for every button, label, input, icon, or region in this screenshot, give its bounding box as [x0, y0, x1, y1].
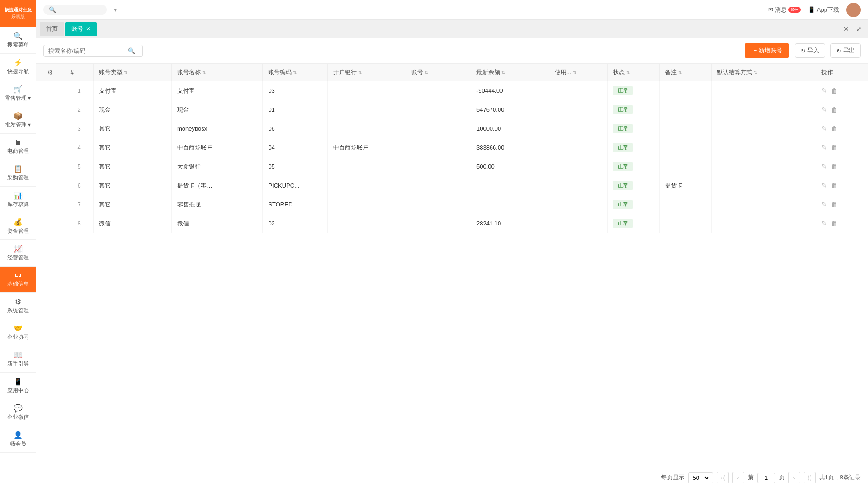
- row-code: PICKUPC...: [263, 176, 328, 195]
- tab-close-icon[interactable]: ✕: [86, 26, 90, 32]
- sidebar-item-retail-manage[interactable]: 🛒 零售管理 ▾: [0, 80, 36, 107]
- edit-icon[interactable]: ✎: [821, 106, 827, 114]
- th-num: #: [65, 64, 93, 81]
- message-btn[interactable]: ✉ 消息 99+: [768, 6, 801, 14]
- sidebar-item-finance[interactable]: 💰 资金管理: [0, 213, 36, 240]
- sidebar-item-ecommerce-manage[interactable]: 🖥 电商管理: [0, 134, 36, 160]
- th-bank[interactable]: 开户银行⇅: [328, 64, 406, 81]
- edit-icon[interactable]: ✎: [821, 220, 827, 228]
- export-button[interactable]: ↻ 导出: [830, 43, 861, 58]
- sidebar-item-wholesale-manage[interactable]: 📦 批发管理 ▾: [0, 107, 36, 134]
- delete-icon[interactable]: 🗑: [831, 201, 838, 208]
- row-type: 其它: [94, 119, 172, 138]
- sidebar-item-inventory[interactable]: 📊 库存核算: [0, 187, 36, 213]
- th-balance[interactable]: 最新余额⇅: [471, 64, 549, 81]
- maximize-window-btn[interactable]: ⤢: [854, 23, 864, 34]
- row-gear: [36, 214, 65, 233]
- th-settings[interactable]: ⚙: [36, 64, 65, 81]
- th-usage[interactable]: 使用...⇅: [549, 64, 608, 81]
- sidebar-item-new-guide[interactable]: 📖 新手引导: [0, 346, 36, 373]
- delete-icon[interactable]: 🗑: [831, 182, 838, 189]
- delete-icon[interactable]: 🗑: [831, 106, 838, 113]
- th-code[interactable]: 账号编码⇅: [263, 64, 328, 81]
- sidebar-item-search-menu[interactable]: 🔍 搜索菜单: [0, 27, 36, 54]
- sidebar-item-enterprise-wechat[interactable]: 💬 企业微信: [0, 399, 36, 426]
- sidebar-item-operations[interactable]: 📈 经营管理: [0, 240, 36, 267]
- row-status: 正常: [608, 214, 660, 233]
- sidebar-label-wholesale-manage: 批发管理 ▾: [5, 121, 31, 129]
- sidebar-item-app-center[interactable]: 📱 应用中心: [0, 373, 36, 399]
- sidebar-item-purchase-manage[interactable]: 📋 采购管理: [0, 160, 36, 187]
- th-payment[interactable]: 默认结算方式⇅: [712, 64, 816, 81]
- th-name[interactable]: 账号名称⇅: [171, 64, 263, 81]
- delete-icon[interactable]: 🗑: [831, 163, 838, 170]
- row-balance: 28241.10: [471, 214, 549, 233]
- row-account: [406, 214, 471, 233]
- tab-account[interactable]: 账号 ✕: [65, 22, 97, 36]
- prev-page-btn[interactable]: ‹: [732, 472, 744, 483]
- first-page-btn[interactable]: ⟨⟨: [717, 472, 729, 483]
- page-size-select[interactable]: 50 20 100: [688, 472, 713, 483]
- row-payment: [712, 195, 816, 214]
- delete-icon[interactable]: 🗑: [831, 87, 838, 94]
- edit-icon[interactable]: ✎: [821, 144, 827, 152]
- sidebar-item-quick-nav[interactable]: ⚡ 快捷导航: [0, 54, 36, 80]
- edit-icon[interactable]: ✎: [821, 125, 827, 133]
- th-remark[interactable]: 备注⇅: [660, 64, 712, 81]
- dropdown-arrow[interactable]: ▾: [114, 6, 117, 13]
- status-badge: 正常: [613, 200, 633, 209]
- table-row: 1 支付宝 支付宝 03 -90444.00 正常 ✎ 🗑: [36, 81, 868, 100]
- sidebar-item-enterprise-agreement[interactable]: 🤝 企业协同: [0, 319, 36, 346]
- th-account[interactable]: 账号⇅: [406, 64, 471, 81]
- th-type[interactable]: 账号类型⇅: [94, 64, 172, 81]
- delete-icon[interactable]: 🗑: [831, 220, 838, 227]
- nav-icon-basic-info: 🗂: [14, 271, 22, 279]
- sidebar-item-member[interactable]: 👤 畅会员: [0, 426, 36, 453]
- edit-icon[interactable]: ✎: [821, 182, 827, 190]
- row-type: 其它: [94, 176, 172, 195]
- row-status: 正常: [608, 157, 660, 176]
- header-search-box[interactable]: 🔍: [43, 5, 107, 15]
- th-status[interactable]: 状态⇅: [608, 64, 660, 81]
- sidebar-label-basic-info: 基础信息: [7, 280, 29, 288]
- app-download-btn[interactable]: 📱 App下载: [808, 6, 839, 14]
- search-icon[interactable]: 🔍: [128, 47, 135, 54]
- delete-icon[interactable]: 🗑: [831, 125, 838, 132]
- sidebar-label-app-center: 应用中心: [7, 387, 29, 394]
- row-status: 正常: [608, 138, 660, 157]
- import-button[interactable]: ↻ 导入: [795, 43, 825, 58]
- row-bank: [328, 157, 406, 176]
- row-status: 正常: [608, 81, 660, 100]
- edit-icon[interactable]: ✎: [821, 201, 827, 209]
- sidebar-label-new-guide: 新手引导: [7, 360, 29, 368]
- delete-icon[interactable]: 🗑: [831, 144, 838, 151]
- row-account: [406, 195, 471, 214]
- row-bank: [328, 195, 406, 214]
- nav-icon-search-menu: 🔍: [14, 32, 23, 40]
- sidebar-item-system-manage[interactable]: ⚙ 系统管理: [0, 293, 36, 319]
- row-action-icons: ✎ 🗑: [821, 201, 862, 209]
- row-account: [406, 176, 471, 195]
- page-size-dropdown[interactable]: 50 20 100: [691, 474, 710, 482]
- close-window-btn[interactable]: ✕: [841, 23, 852, 34]
- next-page-btn[interactable]: ›: [788, 472, 800, 483]
- row-bank: [328, 100, 406, 119]
- search-box[interactable]: 🔍: [43, 45, 143, 57]
- last-page-btn[interactable]: ⟩⟩: [804, 472, 816, 483]
- add-account-button[interactable]: + 新增账号: [745, 43, 789, 58]
- sidebar-item-basic-info[interactable]: 🗂 基础信息: [0, 267, 36, 293]
- row-action-icons: ✎ 🗑: [821, 144, 862, 152]
- search-input[interactable]: [48, 47, 125, 54]
- header-search-input[interactable]: [59, 7, 104, 13]
- tab-home[interactable]: 首页: [40, 22, 64, 36]
- edit-icon[interactable]: ✎: [821, 87, 827, 95]
- row-balance: 500.00: [471, 157, 549, 176]
- edit-icon[interactable]: ✎: [821, 163, 827, 171]
- row-status: 正常: [608, 176, 660, 195]
- row-action-icons: ✎ 🗑: [821, 220, 862, 228]
- avatar[interactable]: [846, 3, 861, 17]
- row-num: 8: [65, 214, 93, 233]
- per-page-label: 每页显示: [661, 474, 684, 482]
- page-number-input[interactable]: [757, 473, 775, 483]
- row-balance: 10000.00: [471, 119, 549, 138]
